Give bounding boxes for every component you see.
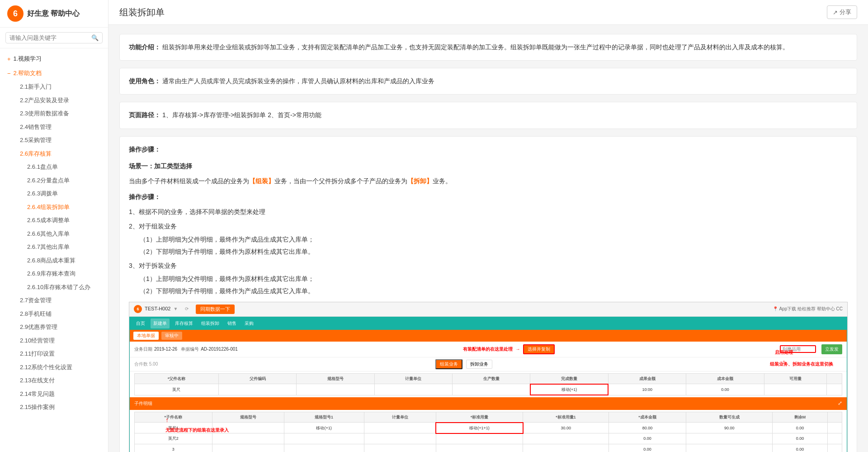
ss-date-value: 2019-12-26	[154, 345, 177, 353]
ss-tab-count: 合件数 5.00	[134, 360, 158, 368]
search-input[interactable]	[9, 34, 91, 41]
ss-nav-purchase[interactable]: 采购	[242, 319, 256, 328]
ss-b3-op	[828, 444, 842, 452]
ss-section-dismantle[interactable]: 拆卸业务	[466, 360, 492, 369]
sidebar-item-2-10[interactable]: 2.10经营管理	[13, 334, 108, 347]
step3-sub1: （1）上部明细为父件明细，最终作为原材料生成其它出库单；	[140, 273, 848, 285]
sidebar-item-2-13[interactable]: 2.13在线支付	[13, 374, 108, 387]
ss-th-cost: 成本金额	[686, 373, 764, 384]
ss-bottom-row-3: 3 0.000.00	[135, 444, 842, 452]
sidebar-item-2-6-10[interactable]: 2.6.10库存账本错了么办	[20, 281, 108, 294]
sidebar-item-section1[interactable]: + 1.视频学习	[0, 52, 108, 66]
step2: 2、对于组装业务	[129, 221, 848, 232]
content-area: 功能介绍： 组装拆卸单用来处理企业组装或拆卸等加工业务，支持有固定装配清单的产品…	[108, 25, 868, 452]
ss-arrow-right: →	[515, 347, 520, 352]
sidebar-item-2-6-5[interactable]: 2.6.5成本调整单	[20, 214, 108, 227]
ss-action-btn[interactable]: 选择并复制	[523, 344, 555, 354]
ss-tab-local[interactable]: 本地单据	[133, 332, 159, 340]
ss-danhao-value: AD-20191226-001	[201, 345, 238, 353]
section2-label: 2.帮助文档	[14, 69, 42, 77]
ss-nav-newbill[interactable]: 新建单	[151, 319, 170, 328]
sidebar: 6 好生意 帮助中心 🔍 + 1.视频学习 − 2.帮助文档 2.1新手入门 2…	[0, 0, 108, 452]
ss-top-cell-name: 英尺	[135, 384, 219, 395]
sidebar-item-2-1[interactable]: 2.1新手入门	[13, 80, 108, 94]
ss-bottom-table: *子件名称 规格型号 规格型号1 计量单位 *标准用量 *标准用量1 *成本金额…	[134, 412, 842, 452]
ss-tabbar: 本地单据 审核中	[130, 330, 847, 342]
sidebar-item-2-3[interactable]: 2.3使用前数据准备	[13, 107, 108, 120]
ss-b2-name: 英尺2	[135, 433, 212, 444]
sidebar-item-2-4[interactable]: 2.4销售管理	[13, 120, 108, 134]
sidebar-item-2-6-7[interactable]: 2.6.7其他出库单	[20, 240, 108, 254]
ss-topbtn[interactable]: 同期数据一下	[196, 305, 235, 314]
ss-b3-c5	[523, 444, 609, 452]
ss-top-cell-complete: 移动(+1)	[530, 384, 608, 395]
ss-confirm-btn[interactable]: 立发发	[821, 344, 842, 354]
ss-b2-cost: 0.00	[609, 433, 686, 444]
sidebar-item-2-6[interactable]: 2.6库存核算	[13, 147, 108, 161]
share-button[interactable]: ↗ 分享	[827, 5, 857, 19]
ss-b3-c4	[436, 444, 523, 452]
share-label: 分享	[840, 8, 851, 16]
ss-nav-sales[interactable]: 销售	[225, 319, 239, 328]
ss-th-avail: 可用量	[764, 373, 826, 384]
ss-icons-right: 📍 App下载 给柱推荐 帮助中心 CC	[773, 305, 843, 313]
ss-bth-std1: *标准用量1	[523, 412, 609, 423]
ss-b2-remain: 0.00	[773, 433, 828, 444]
ss-b3-qty	[686, 444, 773, 452]
sidebar-item-2-6-8[interactable]: 2.6.8商品成本重算	[20, 254, 108, 267]
ss-top-cell-op	[826, 384, 842, 395]
sidebar-item-2-8[interactable]: 2.8手机旺铺	[13, 307, 108, 321]
ss-bth-op	[828, 412, 842, 423]
ss-th-parent-code: 父件编码	[218, 373, 296, 384]
ss-date-group: 业务日期 2019-12-26	[134, 344, 177, 354]
ss-tab-review[interactable]: 审核中	[161, 332, 182, 340]
sidebar-item-2-6-1[interactable]: 2.6.1盘点单	[20, 160, 108, 174]
scenario1-desc: 当由多个子件材料组装成一个成品的业务为【组装】业务，当由一个父件拆分成多个子产品…	[129, 176, 848, 187]
ss-danhao-group: 单据编号 AD-20191226-001	[181, 344, 238, 354]
sidebar-item-section2[interactable]: − 2.帮助文档	[0, 67, 108, 80]
screenshot-wrapper: 6 TEST-H002 ▼ ⟳ 同期数据一下 📍 App下载 给柱推荐 帮助中心…	[129, 302, 848, 452]
ss-date-label: 业务日期	[134, 345, 152, 353]
nav-section-2: − 2.帮助文档 2.1新手入门 2.2产品安装及登录 2.3使用前数据准备 2…	[0, 67, 108, 414]
ss-b1-spec1: 移动(+1)	[284, 423, 364, 433]
ss-bottom-row-1: 英尺1 移动(+1) 移动(+1+1) 30.00 80.00 90.00 0.…	[135, 423, 842, 433]
step1: 1、根据不同的业务，选择不同单据的类型来处理	[129, 206, 848, 218]
ss-top-cell-spec	[297, 384, 374, 395]
nav-sub-list-2: 2.1新手入门 2.2产品安装及登录 2.3使用前数据准备 2.4销售管理 2.…	[0, 80, 108, 414]
sidebar-item-2-14[interactable]: 2.14常见问题	[13, 387, 108, 401]
sidebar-item-2-9[interactable]: 2.9优惠券管理	[13, 320, 108, 334]
sidebar-item-2-7[interactable]: 2.7资金管理	[13, 294, 108, 307]
sidebar-item-2-5[interactable]: 2.5采购管理	[13, 133, 108, 147]
ss-th-unit: 计量单位	[374, 373, 452, 384]
scenario1-heading: 场景一：加工类型选择	[129, 161, 848, 172]
sidebar-item-2-11[interactable]: 2.11打印设置	[13, 347, 108, 361]
role-text: 通常由生产人员或库管人员完成拆装业务的操作，库管人员确认原材料的出库和产成品的入…	[162, 77, 434, 85]
ss-bth-unit: 计量单位	[364, 412, 436, 423]
ss-section-bar: 合件数 5.00 组装业务 拆卸业务 组装业务、拆卸业务在这里切换	[130, 357, 847, 371]
ss-b3-c1	[212, 444, 284, 452]
ss-top-table: *父件名称 父件编码 规格型号 计量单位 生产数量 完成数量 成果金额 成本金额…	[134, 373, 842, 395]
ss-bth-cost: *成本金额	[609, 412, 686, 423]
sidebar-item-2-6-2[interactable]: 2.6.2分量盘点单	[20, 174, 108, 187]
ss-nav-home[interactable]: 自页	[133, 319, 148, 328]
sidebar-item-2-15[interactable]: 2.15操作案例	[13, 400, 108, 414]
sidebar-item-2-6-6[interactable]: 2.6.6其他入库单	[20, 227, 108, 241]
ss-nav-inventory[interactable]: 库存核算	[172, 319, 196, 328]
search-area: 🔍	[0, 28, 108, 48]
ss-th-spec: 规格型号	[297, 373, 374, 384]
sidebar-item-2-12[interactable]: 2.12系统个性化设置	[13, 361, 108, 374]
sidebar-item-2-6-3[interactable]: 2.6.3调拨单	[20, 187, 108, 200]
section1-label: 1.视频学习	[14, 55, 42, 63]
role-card: 使用角色： 通常由生产人员或库管人员完成拆装业务的操作，库管人员确认原材料的出库…	[119, 68, 857, 95]
ss-nav-assemble[interactable]: 组装拆卸	[198, 319, 222, 328]
sidebar-item-2-2[interactable]: 2.2产品安装及登录	[13, 94, 108, 107]
sidebar-item-2-6-4[interactable]: 2.6.4组装拆卸单	[20, 200, 108, 214]
ss-th-result: 成果金额	[608, 373, 686, 384]
logo-area: 6 好生意 帮助中心	[0, 0, 108, 28]
ss-refresh-icon: ⟳	[185, 305, 189, 313]
ss-nav-bar: 自页 新建单 库存核算 组装拆卸 销售 采购	[130, 317, 847, 330]
sidebar-item-2-6-9[interactable]: 2.6.9库存账本查询	[20, 267, 108, 281]
ss-top-table-area: *父件名称 父件编码 规格型号 计量单位 生产数量 完成数量 成果金额 成本金额…	[130, 371, 847, 397]
ss-section-assemble[interactable]: 组装业务	[435, 359, 462, 369]
screenshot-inner: 自页 新建单 库存核算 组装拆卸 销售 采购 本地单据 审核中	[129, 317, 847, 452]
